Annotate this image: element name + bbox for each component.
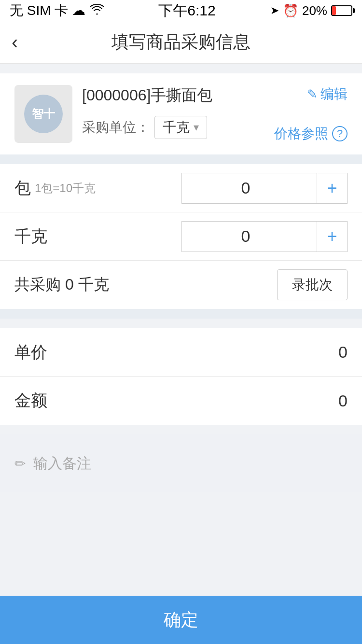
back-button[interactable]: ‹ (12, 31, 18, 53)
battery-percent: 20% (302, 3, 327, 18)
location-icon: ➤ (270, 4, 279, 17)
bag-sublabel: 1包=10千克 (35, 181, 96, 196)
amount-label: 金额 (14, 390, 47, 412)
price-section: 单价 0 金额 0 (0, 328, 362, 425)
section-divider-2 (0, 309, 362, 319)
bottom-spacer (0, 492, 362, 589)
logo-text: 智十 (32, 106, 55, 122)
unit-price-value: 0 (338, 343, 348, 362)
price-reference-button[interactable]: 价格参照 ? (274, 125, 348, 143)
status-right: ➤ ⏰ 20% (270, 3, 352, 18)
kg-input[interactable] (181, 221, 317, 252)
bag-input[interactable] (181, 173, 317, 204)
confirm-button[interactable]: 确定 (0, 596, 362, 644)
pencil-icon: ✏ (14, 456, 26, 472)
question-icon: ? (332, 126, 348, 141)
unit-dropdown[interactable]: 千克 ▾ (154, 116, 207, 139)
edit-icon: ✎ (307, 87, 318, 102)
input-section: 包 1包=10千克 + 千克 + (0, 164, 362, 261)
chevron-down-icon: ▾ (194, 121, 199, 134)
alarm-icon: ⏰ (283, 3, 298, 18)
total-purchase-text: 共采购 0 千克 (14, 274, 109, 295)
status-left: 无 SIM 卡 ☁ (10, 1, 104, 20)
battery-icon (331, 5, 352, 16)
remark-section[interactable]: ✏ 输入备注 (0, 434, 362, 492)
price-ref-label: 价格参照 (274, 125, 328, 143)
wifi-icon (90, 3, 104, 18)
unit-value: 千克 (163, 118, 190, 137)
amount-row: 金额 0 (0, 377, 362, 425)
summary-row: 共采购 0 千克 录批次 (0, 261, 362, 309)
bag-label: 包 (14, 177, 31, 199)
kg-label: 千克 (14, 225, 47, 248)
unit-price-label: 单价 (14, 341, 47, 364)
page-title: 填写商品采购信息 (111, 30, 251, 54)
bag-plus-button[interactable]: + (317, 173, 348, 204)
unit-label: 采购单位： (82, 118, 150, 137)
unit-price-row: 单价 0 (0, 328, 362, 377)
section-divider-1 (0, 154, 362, 164)
product-image: 智十 (14, 85, 72, 143)
product-logo: 智十 (24, 95, 63, 133)
status-bar: 无 SIM 卡 ☁ 下午6:12 ➤ ⏰ 20% (0, 0, 362, 21)
record-batch-button[interactable]: 录批次 (277, 269, 348, 300)
product-card: 智十 [0000006]手撕面包 采购单位： 千克 ▾ ✎ 编辑 价格参照 ? (0, 73, 362, 154)
sim-label: 无 SIM 卡 ☁ (10, 1, 85, 20)
nav-bar: ‹ 填写商品采购信息 (0, 21, 362, 64)
remark-placeholder: 输入备注 (33, 454, 91, 474)
bag-input-row: 包 1包=10千克 + (0, 164, 362, 212)
kg-input-row: 千克 + (0, 212, 362, 261)
edit-button[interactable]: ✎ 编辑 (307, 85, 348, 103)
kg-plus-button[interactable]: + (317, 221, 348, 252)
edit-label: 编辑 (320, 85, 348, 103)
amount-value: 0 (338, 392, 348, 410)
status-time: 下午6:12 (158, 1, 215, 21)
